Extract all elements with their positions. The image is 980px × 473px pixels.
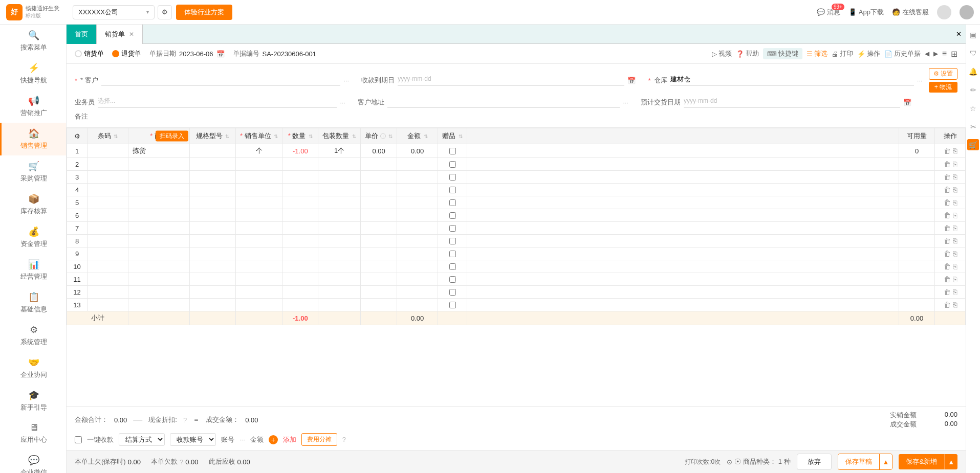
salesperson-input[interactable]: 选择... [98, 97, 337, 108]
help-btn[interactable]: ❓ 帮助 [736, 49, 759, 58]
receivable-calendar-icon[interactable]: 📅 [627, 77, 636, 84]
th-settings[interactable]: ⚙ [67, 128, 88, 144]
th-gift[interactable]: 赠品 ⇅ [438, 128, 467, 144]
cell-qty-12[interactable] [282, 299, 318, 311]
cell-product-5[interactable] [128, 209, 190, 222]
cell-barcode-5[interactable] [88, 209, 128, 222]
cell-gift-0[interactable] [438, 144, 467, 158]
add-payment-button[interactable]: + [269, 435, 278, 444]
copy-row-12[interactable]: ⎘ [953, 301, 957, 309]
delete-row-5[interactable]: 🗑 [944, 211, 951, 219]
delete-row-4[interactable]: 🗑 [944, 198, 951, 207]
cell-barcode-2[interactable] [88, 171, 128, 184]
logistics-button[interactable]: + 物流 [929, 82, 957, 93]
save-new-chevron[interactable]: ▲ [944, 454, 957, 469]
cell-gift-7[interactable] [438, 235, 467, 247]
prev-btn[interactable]: ◀ [925, 50, 929, 57]
gift-checkbox-5[interactable] [449, 212, 456, 219]
rp-icon-3[interactable]: 🔔 [967, 65, 979, 78]
abandon-button[interactable]: 放弃 [797, 454, 832, 470]
cell-gift-12[interactable] [438, 299, 467, 311]
copy-row-1[interactable]: ⎘ [953, 160, 957, 168]
rp-icon-7[interactable]: 🛒 [967, 139, 979, 150]
cell-price-10[interactable] [360, 273, 397, 286]
copy-row-9[interactable]: ⎘ [953, 262, 957, 271]
cell-unit-10[interactable] [236, 273, 282, 286]
onepay-checkbox[interactable] [75, 436, 82, 443]
receivable-input[interactable]: yyyy-mm-dd [398, 75, 624, 86]
cell-amount-5[interactable] [397, 209, 438, 222]
trial-button[interactable]: 体验行业方案 [176, 5, 232, 20]
sidebar-item-sales[interactable]: 🏠 销售管理 [0, 123, 66, 155]
cell-unit-1[interactable] [236, 158, 282, 171]
cell-product-3[interactable] [128, 184, 190, 196]
cell-pkgqty-2[interactable] [318, 171, 361, 184]
th-amount[interactable]: 金额 ⇅ [397, 128, 438, 144]
rp-icon-6[interactable]: ✂ [968, 121, 978, 133]
gift-checkbox-7[interactable] [449, 238, 456, 244]
cell-gift-1[interactable] [438, 158, 467, 171]
cell-amount-7[interactable] [397, 235, 438, 247]
cell-spec-3[interactable] [190, 184, 236, 196]
cell-barcode-9[interactable] [88, 260, 128, 273]
cell-spec-7[interactable] [190, 235, 236, 247]
rp-icon-5[interactable]: ☆ [968, 102, 978, 115]
expected-date-input[interactable]: yyyy-mm-dd [684, 97, 900, 108]
cell-spec-4[interactable] [190, 196, 236, 209]
th-product[interactable]: * 商品 扫码录入 [128, 128, 190, 144]
sidebar-item-guide[interactable]: 🎓 新手引导 [0, 385, 66, 417]
cell-product-6[interactable] [128, 222, 190, 235]
cell-unit-2[interactable] [236, 171, 282, 184]
cell-gift-9[interactable] [438, 260, 467, 273]
copy-row-11[interactable]: ⎘ [953, 288, 957, 296]
cell-pkgqty-0[interactable]: 1个 [318, 144, 361, 158]
sidebar-item-collab[interactable]: 🤝 企业协同 [0, 352, 66, 385]
tab-home[interactable]: 首页 [67, 25, 97, 44]
cell-product-4[interactable] [128, 196, 190, 209]
cell-unit-4[interactable] [236, 196, 282, 209]
sidebar-item-appstore[interactable]: 🖥 应用中心 [0, 417, 66, 449]
cell-amount-8[interactable] [397, 247, 438, 260]
cell-qty-10[interactable] [282, 273, 318, 286]
gift-checkbox-6[interactable] [449, 225, 456, 232]
delete-row-10[interactable]: 🗑 [944, 275, 951, 283]
gift-checkbox-2[interactable] [449, 174, 456, 181]
cell-barcode-4[interactable] [88, 196, 128, 209]
customer-addr-input[interactable] [387, 97, 620, 108]
cell-spec-0[interactable] [190, 144, 236, 158]
print-btn[interactable]: 🖨 打印 [832, 49, 853, 58]
filter-btn[interactable]: ☰ 筛选 [807, 49, 827, 58]
sidebar-item-system[interactable]: ⚙ 系统管理 [0, 319, 66, 352]
expense-split-button[interactable]: 费用分摊 [301, 433, 337, 446]
delete-row-3[interactable]: 🗑 [944, 186, 951, 194]
operate-btn[interactable]: ⚡ 操作 [857, 49, 880, 58]
warehouse-dots[interactable]: ··· [917, 77, 923, 84]
radio-return[interactable]: 退货单 [112, 49, 141, 58]
cell-unit-11[interactable] [236, 286, 282, 299]
cell-barcode-1[interactable] [88, 158, 128, 171]
cell-spec-5[interactable] [190, 209, 236, 222]
delete-row-7[interactable]: 🗑 [944, 237, 951, 245]
payment-method-select[interactable]: 结算方式 [119, 433, 165, 446]
cell-price-7[interactable] [360, 235, 397, 247]
copy-row-3[interactable]: ⎘ [953, 186, 957, 194]
cell-pkgqty-7[interactable] [318, 235, 361, 247]
cell-amount-4[interactable] [397, 196, 438, 209]
cell-qty-8[interactable] [282, 247, 318, 260]
cell-qty-1[interactable] [282, 158, 318, 171]
tab-close-right[interactable]: ✕ [956, 30, 966, 38]
th-price[interactable]: 单价 ⓘ ⇅ [360, 128, 397, 144]
cell-spec-8[interactable] [190, 247, 236, 260]
customer-addr-dots[interactable]: ··· [623, 99, 628, 106]
delete-row-8[interactable]: 🗑 [944, 250, 951, 258]
delete-row-2[interactable]: 🗑 [944, 173, 951, 181]
cell-barcode-11[interactable] [88, 286, 128, 299]
expected-date-calendar-icon[interactable]: 📅 [903, 99, 911, 106]
copy-row-8[interactable]: ⎘ [953, 250, 957, 258]
cell-gift-8[interactable] [438, 247, 467, 260]
cell-spec-10[interactable] [190, 273, 236, 286]
online-service-button[interactable]: 🧑 在线客服 [892, 8, 929, 17]
cell-gift-5[interactable] [438, 209, 467, 222]
save-draft-chevron[interactable]: ▲ [879, 454, 892, 469]
expense-question-icon[interactable]: ? [342, 436, 346, 443]
